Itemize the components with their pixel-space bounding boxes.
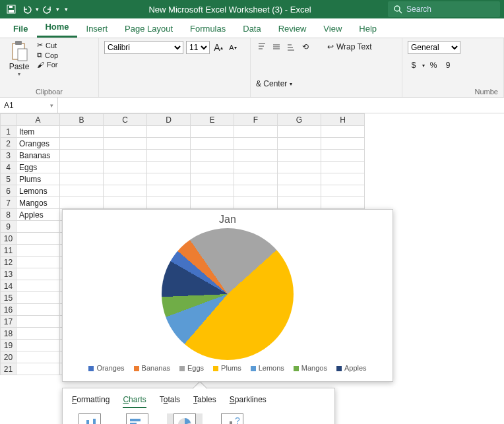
- search-box[interactable]: Search: [388, 1, 500, 17]
- wrap-text-button[interactable]: ↩Wrap Text: [327, 42, 372, 51]
- row-header[interactable]: 13: [1, 268, 16, 280]
- cell[interactable]: Eggs: [16, 162, 60, 173]
- align-bottom-button[interactable]: [285, 41, 297, 53]
- cell[interactable]: [104, 138, 147, 150]
- row-header[interactable]: 11: [1, 245, 16, 257]
- cell[interactable]: [16, 340, 60, 351]
- cell[interactable]: [16, 328, 60, 340]
- cell[interactable]: [321, 173, 365, 185]
- cell[interactable]: [278, 150, 321, 162]
- align-middle-button[interactable]: [270, 41, 282, 53]
- cell[interactable]: [278, 126, 321, 138]
- cell[interactable]: [16, 268, 60, 280]
- qa-tab-formatting[interactable]: Formatting: [72, 395, 110, 408]
- cell[interactable]: [60, 150, 104, 162]
- cell[interactable]: [16, 245, 60, 257]
- cell[interactable]: [191, 150, 234, 162]
- tab-file[interactable]: File: [5, 20, 36, 38]
- cell[interactable]: [234, 138, 278, 150]
- row-header[interactable]: 4: [1, 162, 16, 173]
- row-header[interactable]: 21: [1, 363, 16, 375]
- column-header[interactable]: B: [60, 114, 104, 126]
- column-header[interactable]: C: [104, 114, 147, 126]
- tab-formulas[interactable]: Formulas: [182, 20, 234, 38]
- cell[interactable]: Apples: [16, 209, 60, 221]
- tab-home[interactable]: Home: [37, 18, 77, 38]
- format-painter-button[interactable]: 🖌For: [37, 61, 58, 69]
- row-header[interactable]: 8: [1, 209, 16, 221]
- cell[interactable]: [234, 185, 278, 197]
- undo-button[interactable]: [20, 2, 34, 16]
- row-header[interactable]: 12: [1, 257, 16, 268]
- cell[interactable]: [191, 185, 234, 197]
- cell[interactable]: [104, 173, 147, 185]
- cell[interactable]: [147, 150, 191, 162]
- orientation-button[interactable]: ⟲: [299, 41, 311, 53]
- row-header[interactable]: 2: [1, 138, 16, 150]
- cell[interactable]: [16, 257, 60, 268]
- column-header[interactable]: E: [191, 114, 234, 126]
- cell[interactable]: [234, 197, 278, 209]
- cell[interactable]: [16, 351, 60, 363]
- cell[interactable]: Bananas: [16, 150, 60, 162]
- cell[interactable]: [234, 162, 278, 173]
- row-header[interactable]: 3: [1, 150, 16, 162]
- cell[interactable]: [321, 197, 365, 209]
- percent-button[interactable]: %: [427, 59, 439, 71]
- cell[interactable]: [191, 197, 234, 209]
- row-header[interactable]: 14: [1, 280, 16, 292]
- increase-font-button[interactable]: A▴: [212, 42, 224, 53]
- cell[interactable]: [16, 316, 60, 328]
- row-header[interactable]: 16: [1, 304, 16, 316]
- cell[interactable]: [16, 221, 60, 233]
- cell[interactable]: [147, 185, 191, 197]
- qa-tab-tables[interactable]: Tables: [193, 395, 216, 408]
- redo-button[interactable]: [40, 2, 55, 16]
- tab-insert[interactable]: Insert: [79, 20, 116, 38]
- number-format-combo[interactable]: General: [408, 41, 460, 54]
- cell[interactable]: [16, 292, 60, 304]
- cell[interactable]: [234, 173, 278, 185]
- column-header[interactable]: F: [234, 114, 278, 126]
- cell[interactable]: [16, 363, 60, 375]
- qa-chart-more[interactable]: ? More...: [214, 413, 250, 424]
- cell[interactable]: [321, 185, 365, 197]
- select-all-button[interactable]: [1, 114, 16, 126]
- column-header[interactable]: G: [278, 114, 321, 126]
- undo-dropdown[interactable]: ▾: [36, 6, 39, 13]
- name-box[interactable]: A1▾: [0, 98, 58, 113]
- tab-review[interactable]: Review: [270, 20, 315, 38]
- row-header[interactable]: 1: [1, 126, 16, 138]
- row-header[interactable]: 10: [1, 233, 16, 245]
- cell[interactable]: [321, 162, 365, 173]
- cell[interactable]: [60, 173, 104, 185]
- qa-chart-pie[interactable]: Pie: [167, 413, 203, 424]
- cell[interactable]: [60, 126, 104, 138]
- cell[interactable]: [16, 280, 60, 292]
- comma-button[interactable]: 9: [442, 59, 454, 71]
- font-size-combo[interactable]: 11: [186, 41, 210, 54]
- cell[interactable]: [191, 138, 234, 150]
- row-header[interactable]: 18: [1, 328, 16, 340]
- cell[interactable]: [321, 138, 365, 150]
- qa-tab-charts[interactable]: Charts: [123, 395, 146, 408]
- cut-button[interactable]: ✂Cut: [37, 41, 58, 49]
- cell[interactable]: [104, 126, 147, 138]
- qa-chart-clustered-bar[interactable]: Clustere...: [119, 413, 155, 424]
- cell[interactable]: [234, 150, 278, 162]
- cell[interactable]: [278, 173, 321, 185]
- cell[interactable]: Mangos: [16, 197, 60, 209]
- cell[interactable]: [60, 138, 104, 150]
- cell[interactable]: [16, 233, 60, 245]
- tab-help[interactable]: Help: [351, 20, 385, 38]
- row-header[interactable]: 5: [1, 173, 16, 185]
- row-header[interactable]: 7: [1, 197, 16, 209]
- cell[interactable]: [321, 150, 365, 162]
- cell[interactable]: [104, 162, 147, 173]
- cell[interactable]: [234, 126, 278, 138]
- row-header[interactable]: 17: [1, 316, 16, 328]
- cell[interactable]: [321, 126, 365, 138]
- paste-button[interactable]: Paste ▾: [5, 41, 33, 77]
- row-header[interactable]: 9: [1, 221, 16, 233]
- qa-chart-clustered-column[interactable]: Clustere...: [72, 413, 108, 424]
